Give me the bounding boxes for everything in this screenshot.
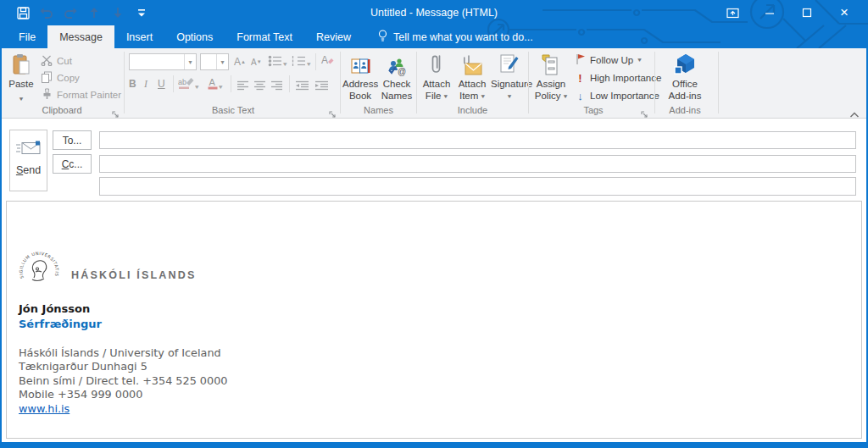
office-addins-icon: [661, 51, 709, 76]
check-names-icon: @: [379, 51, 415, 76]
maximize-icon[interactable]: [788, 0, 826, 25]
attach-file-caret: ▾: [444, 91, 448, 101]
tab-review[interactable]: Review: [304, 25, 363, 48]
check-names-button[interactable]: @ CheckNames: [379, 51, 415, 105]
collapse-ribbon-icon[interactable]: [849, 107, 860, 114]
follow-up-button[interactable]: Follow Up ▾: [575, 53, 642, 68]
svg-text:ab: ab: [178, 78, 186, 86]
svg-text:A: A: [209, 77, 216, 87]
close-icon[interactable]: ×: [826, 0, 863, 25]
control-separator: [289, 75, 290, 92]
address-book-button[interactable]: AddressBook: [342, 51, 378, 105]
high-importance-icon: !: [575, 72, 586, 85]
window-border-bottom: [0, 442, 868, 448]
format-painter-icon: [41, 88, 53, 102]
increase-indent-button[interactable]: [314, 79, 329, 94]
subject-field[interactable]: [99, 177, 856, 196]
minimize-icon[interactable]: [751, 0, 788, 25]
bold-button[interactable]: B: [129, 76, 136, 91]
assign-policy-icon: [532, 51, 570, 76]
ribbon-display-options-icon[interactable]: [714, 0, 751, 25]
signature-button[interactable]: Signature▾: [491, 51, 528, 105]
group-separator: [654, 52, 655, 113]
control-separator: [173, 75, 174, 92]
tags-group-label: Tags: [542, 105, 644, 115]
outlook-message-window: Untitled - Message (HTML) × File Message…: [0, 0, 868, 448]
assign-policy-button[interactable]: AssignPolicy ▾: [532, 51, 570, 105]
clipboard-dialog-launcher-icon[interactable]: [112, 107, 120, 115]
tab-message[interactable]: Message: [47, 25, 114, 48]
window-controls: ×: [714, 0, 863, 25]
clear-formatting-button[interactable]: A: [320, 53, 334, 70]
paste-dropdown-caret: ▾: [19, 96, 24, 102]
font-size-combo[interactable]: ▾: [200, 53, 229, 70]
attach-item-icon: [455, 51, 489, 76]
tab-insert[interactable]: Insert: [114, 25, 164, 48]
numbering-button[interactable]: ▾: [292, 55, 311, 70]
svg-text:A: A: [321, 54, 328, 66]
to-button[interactable]: To...: [53, 130, 92, 150]
low-importance-icon: ↓: [575, 90, 586, 102]
ribbon: Paste ▾ Cut Copy Format Painter Clipboar…: [0, 48, 868, 119]
font-name-caret[interactable]: ▾: [184, 54, 196, 69]
tab-options[interactable]: Options: [164, 25, 225, 48]
align-left-button[interactable]: [236, 79, 249, 94]
paperclip-icon: [420, 51, 453, 76]
font-name-combo[interactable]: ▾: [129, 53, 197, 70]
to-field[interactable]: [99, 131, 856, 149]
tell-me-label: Tell me what you want to do...: [393, 31, 533, 43]
office-addins-button[interactable]: OfficeAdd-ins: [661, 51, 709, 105]
svg-text:@: @: [398, 67, 406, 76]
university-name: HÁSKÓLI ÍSLANDS: [71, 269, 197, 281]
flag-icon: [575, 53, 586, 67]
low-importance-button[interactable]: ↓ Low Importance: [575, 88, 659, 103]
italic-button[interactable]: I: [144, 76, 147, 91]
titlebar: Untitled - Message (HTML) × File Message…: [0, 0, 868, 48]
group-separator: [124, 52, 125, 113]
group-separator: [528, 52, 529, 113]
copy-button[interactable]: Copy: [41, 70, 80, 86]
message-header: Send To... Cc... Subject: [0, 119, 868, 201]
signature-address-line: Beinn sími / Direct tel. +354 525 0000: [19, 374, 227, 388]
tab-file[interactable]: File: [7, 25, 47, 48]
align-right-button[interactable]: [270, 79, 283, 94]
tags-dialog-launcher-icon[interactable]: [641, 107, 649, 115]
copy-icon: [41, 71, 53, 85]
underline-button[interactable]: U: [158, 76, 165, 91]
cut-button[interactable]: Cut: [41, 53, 72, 69]
send-button[interactable]: Send: [9, 130, 47, 191]
font-size-caret[interactable]: ▾: [216, 54, 228, 69]
bullets-button[interactable]: ▾: [268, 55, 287, 70]
signature-address-line: Tæknigarður Dunhagi 5: [19, 360, 227, 373]
font-color-button[interactable]: A▾: [207, 76, 223, 93]
decrease-indent-button[interactable]: [295, 79, 309, 94]
signature-address: Háskóli Íslands / University of Iceland …: [19, 346, 227, 402]
text-highlight-button[interactable]: ab▾: [178, 76, 199, 93]
cc-field[interactable]: [99, 155, 856, 173]
shrink-font-button[interactable]: A▼: [251, 54, 262, 69]
signature-website-link[interactable]: www.hi.is: [19, 402, 70, 415]
lightbulb-icon: [378, 30, 387, 45]
address-book-icon: [342, 51, 378, 76]
svg-text:SIGILLUM UNIVERSITATIS ISLANDI: SIGILLUM UNIVERSITATIS ISLANDIAE: [17, 249, 60, 279]
align-center-button[interactable]: [253, 79, 266, 94]
group-separator: [340, 52, 341, 113]
cc-button[interactable]: Cc...: [53, 154, 92, 174]
attach-file-button[interactable]: AttachFile ▾: [420, 51, 453, 105]
follow-up-caret: ▾: [637, 57, 642, 64]
paste-button[interactable]: Paste ▾: [5, 51, 37, 105]
ribbon-tabs: File Message Insert Options Format Text …: [0, 25, 868, 48]
cut-icon: [41, 55, 53, 68]
addins-group-label: Add-ins: [657, 105, 713, 115]
basic-text-dialog-launcher-icon[interactable]: [329, 107, 337, 115]
attach-item-button[interactable]: AttachItem ▾: [455, 51, 489, 105]
tell-me-box[interactable]: Tell me what you want to do...: [370, 25, 542, 48]
signature-address-line: Mobile +354 999 0000: [19, 388, 227, 401]
signature-address-line: Háskóli Íslands / University of Iceland: [19, 346, 227, 360]
message-body[interactable]: [6, 201, 862, 439]
format-painter-button[interactable]: Format Painter: [41, 87, 121, 102]
grow-font-button[interactable]: A▲: [234, 54, 246, 69]
signature-icon: [491, 51, 528, 76]
tab-format-text[interactable]: Format Text: [225, 25, 304, 48]
high-importance-button[interactable]: ! High Importance: [575, 70, 661, 86]
